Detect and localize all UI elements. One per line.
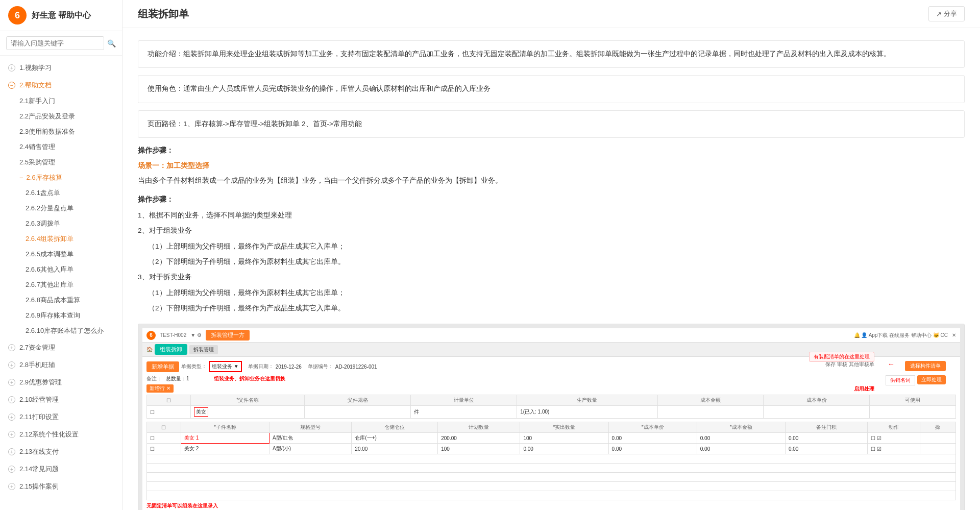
nav-section-8: + 2.8手机旺辅 xyxy=(0,357,122,373)
sidebar-item-inventory-4[interactable]: 2.6.4组装拆卸单 xyxy=(0,231,122,247)
step3-1: （1）上部明细为父件明细，最终作为原材料生成其它出库单； xyxy=(148,287,965,299)
ltd-op-1 xyxy=(920,433,955,444)
sidebar-item-docs[interactable]: − 2.帮助文档 xyxy=(0,77,122,93)
highlighted-cell: 美女 xyxy=(194,407,208,417)
sidebar-item-inventory-10[interactable]: 2.6.10库存账本错了怎么办 xyxy=(0,323,122,338)
lower-table-header: ☐ *子件名称 规格型号 仓储仓位 计划数量 *实出数量 *成本单价 *成本金额… xyxy=(147,422,956,433)
ltd-rem-2: 0.00 xyxy=(785,444,867,454)
annotation-row-2: 备注： 总数量：1 组装业务、拆卸业务在这里切换 供销名词 启用处理 立即处理 xyxy=(146,375,956,382)
ops-heading: 操作步骤： xyxy=(138,195,965,204)
lth-actual-qty: *实出数量 xyxy=(520,422,608,433)
expand-icon: + xyxy=(8,448,15,455)
lower-table-row-3 xyxy=(147,454,956,464)
td-checkbox: ☐ xyxy=(147,406,191,419)
ss-orange-btn: 拆装管理一方 xyxy=(206,330,250,341)
collapse-icon-inventory: − xyxy=(19,174,23,182)
screenshot-form: 新增单据 单据类型： 组装业务 ▼ 单据日期： 2019-12-26 单据编号：… xyxy=(142,357,960,510)
section-label: 2.帮助文档 xyxy=(19,81,52,90)
sidebar-item-management[interactable]: + 2.10经营管理 xyxy=(0,392,122,408)
th-warehouse: 成本单价 xyxy=(764,395,870,406)
expand-icon: + xyxy=(8,379,15,386)
sidebar-item-mobile[interactable]: + 2.8手机旺辅 xyxy=(0,357,122,373)
section-label: 1.视频学习 xyxy=(19,63,52,72)
td-qty: 1(已入: 1.00) xyxy=(517,406,658,419)
ss-logo: 6 xyxy=(146,331,156,340)
lower-table-row-7 xyxy=(147,491,956,500)
step3: 3、对于拆卖业务 xyxy=(138,271,965,283)
ltd-pqty-2: 100 xyxy=(438,444,520,454)
ss-process-btn: 选择构件清单 xyxy=(905,361,946,371)
type-selector: 新增单据 单据类型： 组装业务 ▼ xyxy=(146,361,242,372)
sidebar-item-payment[interactable]: + 2.13在线支付 xyxy=(0,444,122,460)
form-type-row: 新增单据 单据类型： 组装业务 ▼ 单据日期： 2019-12-26 单据编号：… xyxy=(146,361,956,372)
sidebar-item-inventory-5[interactable]: 2.6.5成本调整单 xyxy=(0,247,122,262)
form-date-row: 单据日期： 2019-12-26 单据编号： AD-20191226-001 xyxy=(248,363,377,370)
td-unit: 件 xyxy=(411,406,517,419)
lth-plan-qty: 计划数量 xyxy=(438,422,520,433)
ss-close-icon: ✕ xyxy=(952,332,956,338)
sidebar-item-settings[interactable]: + 2.12系统个性化设置 xyxy=(0,426,122,443)
sidebar-item-print[interactable]: + 2.11打印设置 xyxy=(0,409,122,425)
sidebar-item-install[interactable]: 2.2产品安装及登录 xyxy=(0,109,122,124)
sidebar-item-coupon[interactable]: + 2.9优惠券管理 xyxy=(0,374,122,391)
expand-icon: + xyxy=(8,414,15,421)
sidebar-item-inventory-1[interactable]: 2.6.1盘点单 xyxy=(0,185,122,201)
sidebar-item-inventory-3[interactable]: 2.6.3调拨单 xyxy=(0,216,122,231)
nav-section-2: − 2.帮助文档 2.1新手入门 2.2产品安装及登录 2.3使用前数据准备 2… xyxy=(0,77,122,338)
step2: 2、对于组装业务 xyxy=(138,225,965,237)
sub-items-docs: 2.1新手入门 2.2产品安装及登录 2.3使用前数据准备 2.4销售管理 2.… xyxy=(0,93,122,338)
intro-block-1: 功能介绍：组装拆卸单用来处理企业组装或拆卸等加工业务，支持有固定装配清单的产品加… xyxy=(138,40,965,68)
ss-company: TEST-H002 xyxy=(160,332,186,338)
sidebar-item-inventory-2[interactable]: 2.6.2分量盘点单 xyxy=(0,201,122,216)
sidebar-item-videos[interactable]: + 1.视频学习 xyxy=(0,60,122,76)
annotation-box-3: 供销名词 xyxy=(886,375,915,385)
sidebar-item-inventory-9[interactable]: 2.6.9库存账本查询 xyxy=(0,308,122,323)
share-icon: ↗ xyxy=(936,10,942,18)
ltd-act-1: ☐ ☑ xyxy=(868,433,920,444)
ltd-empty-7 xyxy=(147,491,956,500)
nav-section-11: + 2.11打印设置 xyxy=(0,409,122,425)
ltd-wh-1: 仓库(一+) xyxy=(352,433,438,444)
screenshot-container: 6 TEST-H002 ▼ ⚙ 拆装管理一方 🔔 👤 App下载 在线服务 帮助… xyxy=(138,324,965,510)
annotation-arrow-1: ← xyxy=(888,360,895,368)
ss-home-icon: 🏠 xyxy=(146,347,153,352)
sidebar-item-finance[interactable]: + 2.7资金管理 xyxy=(0,339,122,356)
ltd-empty-4 xyxy=(147,464,956,473)
sidebar-item-purchase[interactable]: 2.5采购管理 xyxy=(0,155,122,170)
lth-cost-amt: *成本金额 xyxy=(697,422,785,433)
ss-inactive-tab: 拆装管理 xyxy=(189,345,218,354)
annotation-text-2: 组装业务、拆卸业务在这里切换 xyxy=(214,375,285,382)
sidebar-nav: + 1.视频学习 − 2.帮助文档 2.1新手入门 2.2产品安装及登录 2.3… xyxy=(0,56,122,510)
sidebar-item-data-prep[interactable]: 2.3使用前数据准备 xyxy=(0,124,122,139)
th-checkbox: ☐ xyxy=(147,395,191,406)
ltd-empty-5 xyxy=(147,473,956,482)
sidebar-item-cases[interactable]: + 2.15操作案例 xyxy=(0,478,122,495)
td-name: 美女 xyxy=(191,406,305,419)
lower-table-row-6 xyxy=(147,482,956,491)
upper-table: ☐ *父件名称 父件规格 计量单位 生产数量 成本金额 成本单价 可使用 ☐ xyxy=(146,395,956,419)
search-input[interactable] xyxy=(6,36,104,50)
sidebar-item-sales[interactable]: 2.4销售管理 xyxy=(0,139,122,155)
ss-info-num: 总数量：1 xyxy=(166,375,189,382)
ltd-spec-2: A型/(小) xyxy=(270,444,352,454)
intro-block-2: 使用角色：通常由生产人员或库管人员完成拆装业务的操作，库管人员确认原材料的出库和… xyxy=(138,75,965,103)
table-row: ☐ 美女 件 1(已入: 1.00) xyxy=(147,406,956,419)
ltd-cb-1: ☐ xyxy=(147,433,181,444)
logo-icon: 6 xyxy=(8,6,27,25)
ltd-act-2: ☐ ☑ xyxy=(868,444,920,454)
sidebar-item-inventory-8[interactable]: 2.6.8商品成本重算 xyxy=(0,293,122,308)
ss-date-value: 2019-12-26 xyxy=(276,364,302,370)
share-button[interactable]: ↗ 分享 xyxy=(928,6,965,21)
content-area: 功能介绍：组装拆卸单用来处理企业组装或拆卸等加工业务，支持有固定装配清单的产品加… xyxy=(122,28,980,510)
sidebar-item-beginner[interactable]: 2.1新手入门 xyxy=(0,93,122,109)
sidebar-header: 6 好生意 帮助中心 xyxy=(0,0,122,31)
sidebar-item-inventory[interactable]: − 2.6库存核算 xyxy=(0,170,122,185)
ss-apply-input: 供销名词 xyxy=(890,377,911,383)
sidebar-item-inventory-7[interactable]: 2.6.7其他出库单 xyxy=(0,277,122,293)
search-icon[interactable]: 🔍 xyxy=(107,39,116,47)
nav-section-13: + 2.13在线支付 xyxy=(0,444,122,460)
step1: 1、根据不同的业务，选择不同单据的类型来处理 xyxy=(138,209,965,222)
sidebar-item-inventory-6[interactable]: 2.6.6其他入库单 xyxy=(0,262,122,277)
sidebar-item-faq[interactable]: + 2.14常见问题 xyxy=(0,461,122,477)
main-header: 组装拆卸单 ↗ 分享 xyxy=(122,0,980,28)
